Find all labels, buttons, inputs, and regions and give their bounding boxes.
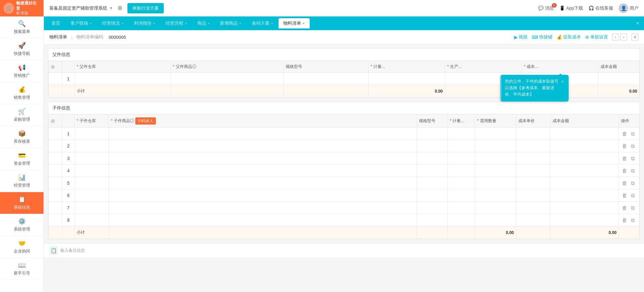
sidebar-item-purchase[interactable]: 🛒 采购管理: [0, 104, 44, 126]
child-row-1-product[interactable]: [109, 128, 417, 140]
child-row-8-warehouse[interactable]: [75, 214, 109, 226]
child-row-5-product[interactable]: [109, 177, 417, 189]
app-download-button[interactable]: 📱 App下载: [559, 5, 583, 11]
copy-row-3-button[interactable]: ⧉: [630, 155, 636, 162]
child-row-3-qty-unit[interactable]: [448, 152, 475, 165]
parent-row-1-product[interactable]: [171, 73, 283, 85]
child-row-5-needed-qty[interactable]: [475, 177, 516, 189]
child-row-2-product[interactable]: [109, 140, 417, 152]
child-row-5-spec[interactable]: [417, 177, 448, 189]
child-row-8-spec[interactable]: [417, 214, 448, 226]
child-row-2-warehouse[interactable]: [75, 140, 109, 152]
trial-button[interactable]: 体验行业方案: [127, 3, 164, 13]
tab-bom[interactable]: 物料清单 ×: [278, 18, 309, 28]
close-all-tabs-button[interactable]: ×: [634, 20, 641, 26]
child-row-2-cost-unit[interactable]: [516, 140, 550, 152]
child-row-5-cost-unit[interactable]: [516, 177, 550, 189]
child-row-2-qty-unit[interactable]: [448, 140, 475, 152]
delete-row-1-button[interactable]: 🗑: [621, 131, 628, 137]
child-row-7-needed-qty[interactable]: [475, 202, 516, 214]
parent-row-1-warehouse[interactable]: [75, 73, 171, 85]
tab-profit[interactable]: 利润报告 ×: [129, 18, 160, 28]
child-row-6-warehouse[interactable]: [75, 189, 109, 202]
sidebar-item-inventory[interactable]: 📦 库存核算: [0, 126, 44, 148]
delete-row-8-button[interactable]: 🗑: [621, 217, 628, 223]
view-action[interactable]: ▶ 视频: [514, 34, 528, 40]
tab-operation[interactable]: 经营情况 ×: [97, 18, 128, 28]
child-row-3-needed-qty[interactable]: [475, 152, 516, 165]
child-row-1-spec[interactable]: [417, 128, 448, 140]
delete-row-4-button[interactable]: 🗑: [621, 168, 628, 174]
copy-row-2-button[interactable]: ⧉: [630, 143, 636, 149]
copy-row-7-button[interactable]: ⧉: [630, 205, 636, 211]
delete-row-2-button[interactable]: 🗑: [621, 143, 628, 149]
child-row-6-product[interactable]: [109, 189, 417, 202]
copy-row-1-button[interactable]: ⧉: [630, 131, 636, 137]
sidebar-item-operations[interactable]: 📊 经营管理: [0, 170, 44, 192]
child-row-1-needed-qty[interactable]: [475, 128, 516, 140]
child-row-1-qty-unit[interactable]: [448, 128, 475, 140]
tab-barcode[interactable]: 条码方案 ×: [247, 18, 278, 28]
tab-product[interactable]: 商品 ×: [193, 18, 214, 28]
child-row-2-spec[interactable]: [417, 140, 448, 152]
child-row-6-spec[interactable]: [417, 189, 448, 202]
sidebar-item-finance[interactable]: 💳 资金管理: [0, 148, 44, 170]
settings-gear-button[interactable]: ⚙: [115, 3, 125, 13]
child-row-4-cost-unit[interactable]: [516, 165, 550, 177]
copy-row-4-button[interactable]: ⧉: [630, 168, 636, 174]
child-row-3-cost-unit[interactable]: [516, 152, 550, 165]
sidebar-item-basic-info[interactable]: 📋 基础信息: [0, 192, 44, 214]
child-row-7-product[interactable]: [109, 202, 417, 214]
child-row-6-cost-unit[interactable]: [516, 189, 550, 202]
child-row-2-needed-qty[interactable]: [475, 140, 516, 152]
child-row-7-warehouse[interactable]: [75, 202, 109, 214]
child-row-1-cost-unit[interactable]: [516, 128, 550, 140]
delete-row-7-button[interactable]: 🗑: [621, 205, 628, 211]
child-row-8-qty-unit[interactable]: [448, 214, 475, 226]
sidebar-item-guide[interactable]: 📖 新手引导: [0, 258, 44, 280]
child-row-8-needed-qty[interactable]: [475, 214, 516, 226]
messages-button[interactable]: 💬 消息 6: [538, 5, 554, 11]
user-menu-button[interactable]: 👤 用户: [619, 3, 639, 13]
child-row-4-needed-qty[interactable]: [475, 165, 516, 177]
child-row-8-cost-unit[interactable]: [516, 214, 550, 226]
child-row-4-qty-unit[interactable]: [448, 165, 475, 177]
delete-row-6-button[interactable]: 🗑: [621, 192, 628, 199]
tab-customer[interactable]: 客户联络 ×: [66, 18, 97, 28]
sidebar-item-enterprise[interactable]: 🤝 企业协同: [0, 236, 44, 258]
sidebar-item-quick-nav[interactable]: 🚀 快捷导航: [0, 38, 44, 60]
parent-settings-gear-icon[interactable]: ⚙: [51, 64, 55, 70]
tab-home[interactable]: 首页: [47, 18, 65, 28]
sidebar-item-marketing[interactable]: 📢 营销推广: [0, 60, 44, 82]
child-row-4-product[interactable]: [109, 165, 417, 177]
child-row-4-warehouse[interactable]: [75, 165, 109, 177]
copy-row-6-button[interactable]: ⧉: [630, 192, 636, 199]
copy-row-8-button[interactable]: ⧉: [630, 217, 636, 223]
child-row-6-needed-qty[interactable]: [475, 189, 516, 202]
next-record-button[interactable]: ›: [620, 34, 627, 40]
child-row-5-warehouse[interactable]: [75, 177, 109, 189]
dropdown-arrow-icon[interactable]: ▾: [110, 5, 112, 11]
scan-button[interactable]: 扫码录入: [135, 117, 156, 125]
sidebar-item-search[interactable]: 🔍 搜索菜单: [0, 16, 44, 38]
delete-row-5-button[interactable]: 🗑: [621, 180, 628, 186]
child-row-4-spec[interactable]: [417, 165, 448, 177]
child-row-8-product[interactable]: [109, 214, 417, 226]
prev-record-button[interactable]: ‹: [612, 34, 619, 40]
close-tab-customer[interactable]: ×: [90, 21, 92, 25]
close-tab-new-product[interactable]: ×: [239, 21, 241, 25]
child-row-3-product[interactable]: [109, 152, 417, 165]
child-row-1-warehouse[interactable]: [75, 128, 109, 140]
child-row-3-warehouse[interactable]: [75, 152, 109, 165]
child-settings-gear-icon[interactable]: ⚙: [51, 118, 55, 124]
tab-new-product[interactable]: 新增商品 ×: [215, 18, 246, 28]
child-row-7-cost-unit[interactable]: [516, 202, 550, 214]
child-row-7-qty-unit[interactable]: [448, 202, 475, 214]
online-service-button[interactable]: 🎧 在线客服: [589, 5, 613, 11]
close-tab-product[interactable]: ×: [208, 21, 210, 25]
copy-row-5-button[interactable]: ⧉: [630, 180, 636, 186]
close-tab-profit[interactable]: ×: [153, 21, 155, 25]
sidebar-item-system[interactable]: ⚙️ 系统管理: [0, 214, 44, 236]
note-label[interactable]: 输入备注信息: [60, 248, 85, 254]
child-row-5-qty-unit[interactable]: [448, 177, 475, 189]
